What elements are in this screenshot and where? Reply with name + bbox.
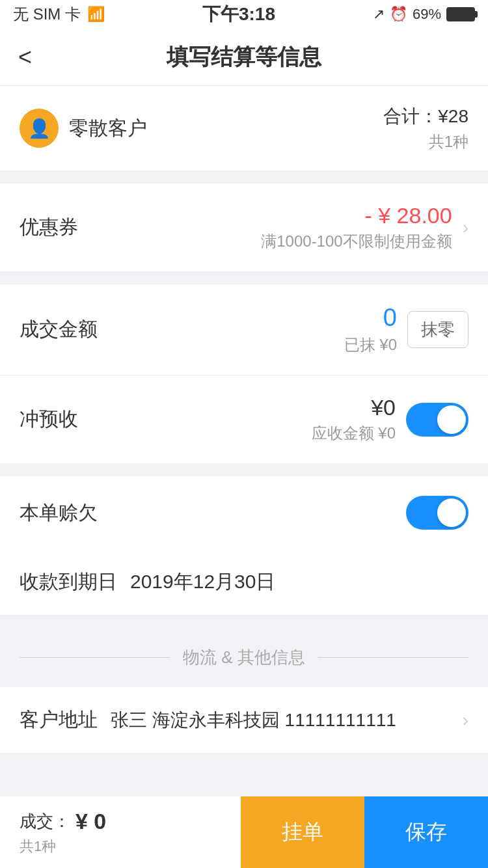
location-icon: ↗ xyxy=(373,6,385,23)
customer-right: 合计：¥28 共1种 xyxy=(383,104,468,152)
transaction-right: 0 已抹 ¥0 抹零 xyxy=(344,304,468,355)
bottom-summary: 成交： ¥ 0 共1种 xyxy=(0,809,241,856)
prereceive-value-block: ¥0 应收金额 ¥0 xyxy=(312,395,396,444)
divider-1 xyxy=(0,170,488,183)
bottom-summary-label: 成交： xyxy=(20,810,70,833)
coupon-desc: 满1000-100不限制使用金额 xyxy=(261,231,452,252)
prereceive-row: 冲预收 ¥0 应收金额 ¥0 xyxy=(0,375,488,463)
debt-toggle[interactable] xyxy=(406,496,468,530)
coupon-value-block: - ¥ 28.00 满1000-100不限制使用金额 xyxy=(261,203,452,252)
customer-section: 👤 零散客户 合计：¥28 共1种 xyxy=(0,86,488,170)
bottom-summary-top: 成交： ¥ 0 xyxy=(20,809,221,834)
avatar-icon: 👤 xyxy=(28,118,51,139)
avatar: 👤 xyxy=(20,109,59,148)
customer-total: 合计：¥28 xyxy=(383,104,468,129)
bottom-summary-count: 共1种 xyxy=(20,837,221,856)
save-button[interactable]: 保存 xyxy=(364,796,488,868)
status-bar: 无 SIM 卡 📶 下午3:18 ↗ ⏰ 69% xyxy=(0,0,488,29)
transaction-row: 成交金额 0 已抹 ¥0 抹零 xyxy=(0,284,488,375)
back-button[interactable]: < xyxy=(18,44,32,71)
prereceive-sub: 应收金额 ¥0 xyxy=(312,423,396,444)
coupon-right: - ¥ 28.00 满1000-100不限制使用金额 › xyxy=(261,203,468,252)
toggle-thumb xyxy=(437,405,466,434)
logistics-divider: 物流 & 其他信息 xyxy=(0,628,488,687)
prereceive-label: 冲预收 xyxy=(20,406,98,433)
transaction-value-block: 0 已抹 ¥0 xyxy=(344,304,397,355)
due-date-value: 2019年12月30日 xyxy=(130,569,275,595)
transaction-sub: 已抹 ¥0 xyxy=(344,334,397,355)
pending-button[interactable]: 挂单 xyxy=(241,796,364,868)
coupon-row[interactable]: 优惠券 - ¥ 28.00 满1000-100不限制使用金额 › xyxy=(0,183,488,271)
logistics-label: 物流 & 其他信息 xyxy=(183,646,305,669)
status-left: 无 SIM 卡 📶 xyxy=(13,4,105,25)
transaction-section: 成交金额 0 已抹 ¥0 抹零 冲预收 ¥0 应收金额 ¥0 xyxy=(0,284,488,463)
address-label: 客户地址 xyxy=(20,707,98,733)
coupon-section: 优惠券 - ¥ 28.00 满1000-100不限制使用金额 › xyxy=(0,183,488,271)
logistics-line-left xyxy=(20,657,170,658)
debt-label: 本单赊欠 xyxy=(20,500,98,526)
bottom-bar: 成交： ¥ 0 共1种 挂单 保存 xyxy=(0,796,488,868)
customer-left: 👤 零散客户 xyxy=(20,109,147,148)
prereceive-right: ¥0 应收金额 ¥0 xyxy=(312,395,468,444)
chevron-right-icon: › xyxy=(463,217,468,238)
battery-icon xyxy=(446,7,475,21)
main-content: 👤 零散客户 合计：¥28 共1种 优惠券 - ¥ 28.00 满1000-10… xyxy=(0,86,488,831)
coupon-label: 优惠券 xyxy=(20,214,98,241)
address-section[interactable]: 客户地址 张三 海淀永丰科技园 11111111111 › xyxy=(0,687,488,753)
prereceive-toggle[interactable] xyxy=(406,403,468,437)
page-title: 填写结算等信息 xyxy=(167,42,321,72)
debt-toggle-thumb xyxy=(437,498,466,527)
status-time: 下午3:18 xyxy=(202,2,275,27)
transaction-label: 成交金额 xyxy=(20,316,98,343)
customer-name: 零散客户 xyxy=(69,115,147,142)
divider-3 xyxy=(0,463,488,476)
address-chevron-icon: › xyxy=(463,710,468,731)
transaction-amount[interactable]: 0 xyxy=(344,304,397,332)
wifi-icon: 📶 xyxy=(87,6,105,23)
coupon-discount: - ¥ 28.00 xyxy=(261,203,452,228)
address-value: 张三 海淀永丰科技园 11111111111 xyxy=(98,708,463,733)
alarm-icon: ⏰ xyxy=(390,6,407,23)
due-date-label: 收款到期日 xyxy=(20,569,117,595)
status-right: ↗ ⏰ 69% xyxy=(373,6,475,23)
battery-percent: 69% xyxy=(413,6,441,23)
logistics-line-right xyxy=(318,657,468,658)
nav-bar: < 填写结算等信息 xyxy=(0,29,488,86)
debt-section: 本单赊欠 xyxy=(0,476,488,549)
due-date-row[interactable]: 收款到期日 2019年12月30日 xyxy=(0,549,488,615)
customer-count: 共1种 xyxy=(383,131,468,152)
bottom-summary-amount: ¥ 0 xyxy=(75,809,106,834)
prereceive-value: ¥0 xyxy=(312,395,396,420)
round-button[interactable]: 抹零 xyxy=(407,311,468,348)
divider-2 xyxy=(0,271,488,284)
carrier-label: 无 SIM 卡 xyxy=(13,4,81,25)
